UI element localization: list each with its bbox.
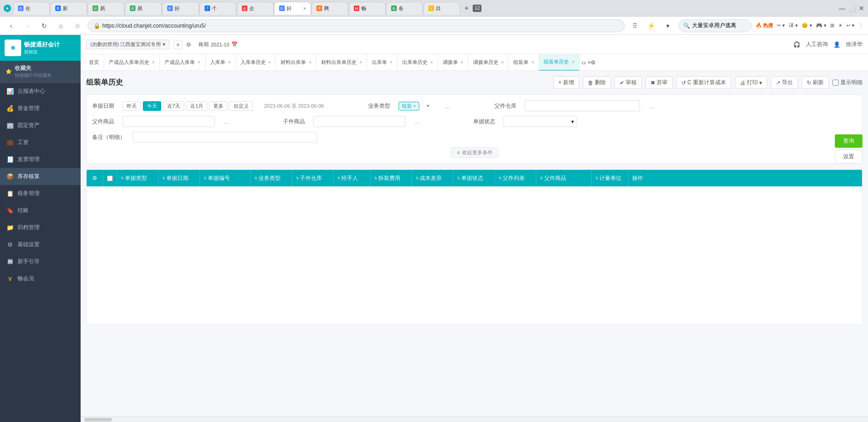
parent-goods-input[interactable] [123, 116, 215, 127]
scissors-menu[interactable]: ✂ ▾ [777, 23, 785, 29]
filter-settings-button[interactable]: 设置 [835, 150, 862, 164]
nav-tab-in[interactable]: 入库单 × [205, 54, 236, 71]
forward-button[interactable]: › [21, 19, 34, 32]
browser-tab-8[interactable]: 好 好 × [274, 2, 311, 15]
browser-tab-11[interactable]: 各 各 [386, 2, 423, 15]
delete-button[interactable]: 🗑 删除 [583, 76, 611, 89]
lightning-button[interactable]: ⚡ [645, 19, 658, 32]
sidebar-favorite-section[interactable]: ⭐ 收藏夹 快捷键打开收藏夹 [0, 61, 81, 83]
sidebar-item-settings[interactable]: ⚙ 基础设置 [0, 236, 81, 253]
add-company-button[interactable]: + [173, 40, 182, 49]
maximize-button[interactable]: ⬜ [848, 5, 856, 12]
sidebar-item-tax[interactable]: 📋 税务管理 [0, 185, 81, 202]
th-child-warehouse[interactable]: ⇅ 子件仓库 [292, 170, 334, 186]
th-parent-list[interactable]: ⇅ 父件列表 [495, 170, 536, 186]
nav-tab-assembly-history[interactable]: 组装单历史 × [539, 54, 580, 71]
sidebar-item-guide[interactable]: 🆕 新手引导 [0, 253, 81, 270]
close-nav-tab-out-history-icon[interactable]: × [430, 60, 433, 65]
audit-button[interactable]: ✔ 审核 [615, 76, 642, 89]
business-type-dots[interactable]: ... [445, 102, 451, 110]
sidebar-item-member[interactable]: V 畅会员 [0, 270, 81, 287]
refresh-browser-button[interactable]: ↻ [38, 19, 51, 32]
child-goods-input[interactable] [313, 116, 405, 127]
show-detail-checkbox-label[interactable]: 显示明细 [833, 79, 862, 87]
service-label[interactable]: 人工咨询 [806, 40, 828, 48]
back-button[interactable]: ‹ [5, 19, 18, 32]
sidebar-item-salary[interactable]: 💼 工资 [0, 134, 81, 151]
tab-more-settings-icon[interactable]: ⚙ [591, 59, 596, 66]
abandon-button[interactable]: ✖ 弃审 [645, 76, 673, 89]
sidebar-item-settle[interactable]: 🔖 结账 [0, 202, 81, 219]
bookmark-button[interactable]: ☆ [71, 19, 84, 32]
close-nav-tab-transfer-icon[interactable]: × [461, 60, 463, 65]
sun-menu[interactable]: ☀ [838, 23, 843, 29]
child-goods-dots[interactable]: ... [415, 118, 420, 125]
close-nav-tab-in-icon[interactable]: × [228, 60, 231, 65]
emoji-menu[interactable]: 😊 ▾ [802, 23, 812, 29]
browser-tab-10[interactable]: M 畅 [349, 2, 386, 15]
game-menu[interactable]: 🎮 ▾ [816, 23, 827, 29]
th-gear[interactable]: ⚙ [87, 170, 103, 186]
nav-tab-transfer-history[interactable]: 调拨单历史 × [469, 54, 509, 71]
browser-tab-7[interactable]: 企 企 [237, 2, 274, 15]
sidebar-item-fund[interactable]: 💰 资金管理 [0, 100, 81, 117]
nav-tab-prod-in-history[interactable]: 产成品入库单历史 × [104, 54, 160, 71]
th-bill-type[interactable]: ⇅ 单据类型 [117, 170, 158, 186]
print-button[interactable]: 🖨 打印 ▾ [735, 76, 767, 89]
search-bar[interactable]: 🔍 大量安卓用户逃离 [678, 19, 752, 32]
new-button[interactable]: + 新增 [553, 76, 579, 89]
collapse-button[interactable]: ∧ 收起更多条件 [451, 147, 499, 158]
parent-warehouse-dots[interactable]: ... [649, 102, 655, 110]
sidebar-item-report[interactable]: 📊 云报表中心 [0, 83, 81, 100]
extensions-button[interactable]: ⠿ [628, 19, 641, 32]
sidebar-item-asset[interactable]: 🏢 固定资产 [0, 117, 81, 134]
date-btn-yesterday[interactable]: 昨天 [123, 101, 141, 111]
bill-status-dropdown[interactable]: ▾ [504, 116, 577, 127]
close-nav-tab-prod-in-history-icon[interactable]: × [152, 60, 155, 65]
horizontal-scrollbar[interactable] [81, 416, 868, 422]
calendar-icon[interactable]: 📅 [231, 41, 238, 47]
address-bar[interactable]: 🔒 https://cloud.chanjet.com/accounting/u… [88, 19, 625, 32]
home-button[interactable]: ⌂ [54, 19, 67, 32]
browser-tab-6[interactable]: 个 个 [199, 2, 236, 15]
th-unit[interactable]: ⇅ 计量单位 [592, 170, 628, 186]
nav-tab-mat-out-history[interactable]: 材料出库单历史 × [317, 54, 367, 71]
nav-tab-transfer[interactable]: 调拨单 × [438, 54, 469, 71]
nav-tab-in-history[interactable]: 入库单历史 × [236, 54, 276, 71]
date-btn-7days[interactable]: 近7天 [163, 101, 184, 111]
close-nav-tab-transfer-history-icon[interactable]: × [501, 60, 504, 65]
nav-tab-home[interactable]: 首页 [84, 54, 104, 71]
grid-menu[interactable]: ⊞ [830, 23, 834, 29]
date-btn-1month[interactable]: 近1月 [186, 101, 207, 111]
recalc-button[interactable]: ↺ C 重新计算成本 [676, 76, 731, 89]
translate-menu[interactable]: 译 ▾ [789, 22, 798, 29]
more-menu[interactable]: ⋮ [858, 23, 863, 29]
nav-tab-mat-out[interactable]: 材料出库单 × [276, 54, 317, 71]
parent-warehouse-input[interactable] [525, 100, 640, 111]
close-nav-tab-mat-out-history-icon[interactable]: × [359, 60, 362, 65]
browser-tab-4[interactable]: 易 易 [125, 2, 162, 15]
date-btn-today[interactable]: 今天 [143, 101, 161, 111]
close-nav-tab-prod-in-icon[interactable]: × [198, 60, 200, 65]
browser-tab-12[interactable]: S 目 [423, 2, 460, 15]
sidebar-item-invoice[interactable]: 🧾 发票管理 [0, 151, 81, 168]
remove-business-type-tag-icon[interactable]: × [413, 104, 416, 109]
close-nav-tab-assembly-history-icon[interactable]: × [572, 59, 575, 64]
th-checkbox[interactable] [103, 170, 117, 186]
date-btn-custom[interactable]: 自定义 [229, 101, 253, 111]
nav-tab-out-history[interactable]: 出库单历史 × [398, 54, 438, 71]
sidebar-item-inventory[interactable]: 📦 库存核算 [0, 168, 81, 185]
th-parent-goods[interactable]: ⇅ 父件商品 [536, 170, 592, 186]
close-nav-tab-in-history-icon[interactable]: × [269, 60, 271, 65]
th-business-type[interactable]: ⇅ 业务类型 [251, 170, 292, 186]
export-button[interactable]: ↗ 导出 [771, 76, 798, 89]
new-tab-button[interactable]: + [461, 4, 472, 12]
close-nav-tab-out-icon[interactable]: × [390, 60, 393, 65]
select-all-checkbox[interactable] [107, 175, 113, 181]
nav-tab-prod-in[interactable]: 产成品入库单 × [160, 54, 205, 71]
dropdown-button[interactable]: ▾ [662, 19, 674, 32]
close-nav-tab-mat-out-icon[interactable]: × [309, 60, 311, 65]
show-detail-checkbox[interactable] [833, 80, 839, 86]
refresh-button[interactable]: ↻ 刷新 [802, 76, 829, 89]
business-type-dropdown[interactable]: ▾ [427, 103, 436, 109]
